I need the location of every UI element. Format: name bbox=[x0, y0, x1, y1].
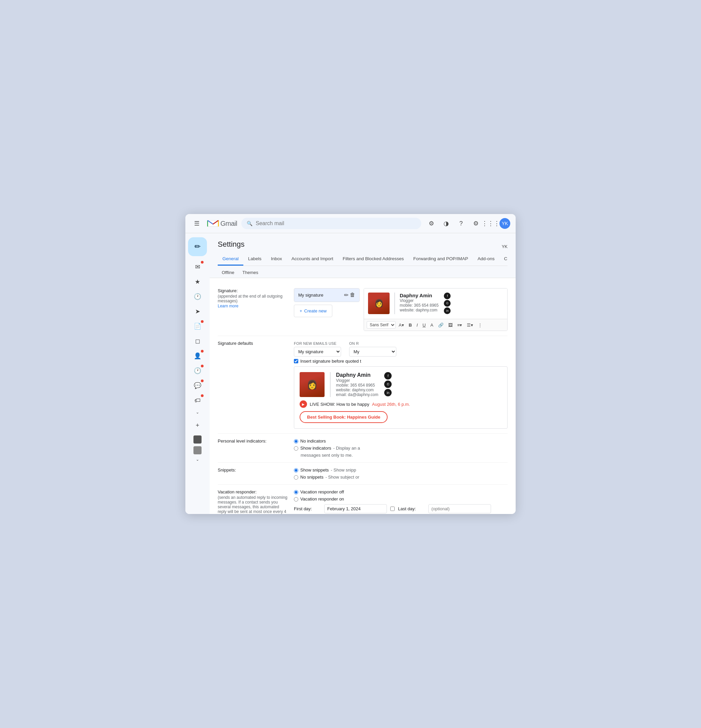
sig-mobile: mobile: 365 654 8965 bbox=[400, 303, 438, 308]
sig-underline-btn[interactable]: U bbox=[421, 322, 427, 328]
sig-reply-label: ON R bbox=[349, 341, 396, 345]
sidebar-item-sent[interactable]: ➤ bbox=[191, 305, 204, 318]
sig-reply-select[interactable]: My bbox=[349, 347, 396, 357]
sidebar-item-snoozed[interactable]: 🕐 bbox=[191, 290, 204, 303]
signature-hint: (appended at the end of all outgoing mes… bbox=[218, 294, 289, 303]
sig-defaults: FOR NEW EMAILS USE My signature ON R My bbox=[294, 341, 507, 364]
sig-profile: 👩 Daphny Amin Vlogger mobile: 365 654 89… bbox=[368, 293, 503, 314]
big-sig-email: email: da@daphny.com bbox=[336, 392, 378, 397]
content: Settings YK General Labels Inbox Account… bbox=[210, 233, 516, 514]
sidebar-item-starred[interactable]: ★ bbox=[191, 275, 204, 289]
vacation-on-radio[interactable] bbox=[294, 497, 298, 501]
show-snippets-radio[interactable] bbox=[294, 468, 298, 472]
first-day-row: First day: Last day: bbox=[294, 504, 507, 513]
sidebar-collapse[interactable]: ⌄ bbox=[196, 457, 199, 462]
labels-badge bbox=[201, 394, 204, 397]
no-snippets-radio[interactable] bbox=[294, 475, 298, 480]
social-li-icon[interactable]: in bbox=[444, 308, 451, 314]
sidebar-more[interactable]: ⌄ bbox=[196, 410, 199, 415]
tab-filters[interactable]: Filters and Blocked Addresses bbox=[338, 253, 409, 266]
sig-italic-btn[interactable]: I bbox=[415, 322, 419, 328]
vacation-content: Vacation responder off Vacation responde… bbox=[294, 490, 507, 514]
show-snippets-row: Show snippets - Show snipp bbox=[294, 468, 507, 472]
no-indicators-radio[interactable] bbox=[294, 439, 298, 443]
gmail-window: ☰ Gmail 🔍 ⚙ ◑ ? ⚙ ⋮⋮⋮ YK bbox=[185, 214, 516, 514]
search-input[interactable] bbox=[256, 220, 416, 227]
social-insta-icon[interactable]: © bbox=[444, 300, 451, 307]
sig-defaults-label: Signature defaults bbox=[218, 341, 289, 429]
vacation-off-radio[interactable] bbox=[294, 490, 298, 494]
sidebar: ✏ ✉ ★ 🕐 ➤ 📄 ◻ 👤 bbox=[185, 233, 210, 514]
big-social-insta[interactable]: © bbox=[384, 380, 392, 388]
sig-edit-icon[interactable]: ✏ bbox=[344, 292, 348, 298]
help-icon[interactable]: ? bbox=[455, 217, 467, 230]
sig-editor: 👩 Daphny Amin Vlogger mobile: 365 654 89… bbox=[364, 288, 507, 331]
contacts-badge bbox=[201, 350, 204, 352]
sig-delete-icon[interactable]: 🗑 bbox=[350, 292, 355, 298]
last-day-input[interactable] bbox=[428, 504, 491, 513]
big-sig-mobile: mobile: 365 654 8965 bbox=[336, 383, 378, 388]
sig-link-btn[interactable]: 🔗 bbox=[436, 322, 445, 328]
sidebar-item-drafts[interactable]: 📄 bbox=[191, 319, 204, 333]
sig-align-btn[interactable]: ≡▾ bbox=[456, 322, 464, 328]
sub-tab-offline[interactable]: Offline bbox=[218, 267, 238, 278]
inbox-badge bbox=[201, 261, 204, 264]
tab-addons[interactable]: Add-ons bbox=[473, 253, 499, 266]
big-social-li[interactable]: in bbox=[384, 389, 392, 396]
compose-button[interactable]: ✏ bbox=[188, 237, 207, 256]
tab-inbox[interactable]: Inbox bbox=[266, 253, 287, 266]
sidebar-item-inbox[interactable]: ✉ bbox=[191, 260, 204, 274]
sig-font-size-btn[interactable]: A▾ bbox=[397, 322, 406, 328]
sidebar-item-contacts[interactable]: 👤 bbox=[191, 349, 204, 363]
sig-bold-btn[interactable]: B bbox=[407, 322, 413, 328]
tab-general[interactable]: General bbox=[218, 253, 243, 266]
gmail-logo: Gmail bbox=[207, 219, 237, 228]
settings-icon[interactable]: ⚙ bbox=[470, 217, 482, 230]
settings-body: Signature: (appended at the end of all o… bbox=[210, 278, 516, 514]
best-book-button[interactable]: Best Selling Book: Happines Guide bbox=[300, 411, 387, 423]
sidebar-add[interactable]: + bbox=[191, 419, 204, 432]
search-bar[interactable]: 🔍 bbox=[241, 218, 421, 229]
show-indicators-radio[interactable] bbox=[294, 446, 298, 451]
tab-labels[interactable]: Labels bbox=[243, 253, 266, 266]
sig-list-item[interactable]: My signature ✏ 🗑 bbox=[294, 289, 359, 302]
sidebar-item-chat[interactable]: 💬 bbox=[191, 379, 204, 392]
avatar[interactable]: YK bbox=[499, 218, 510, 229]
indicators-desc-suffix: messages sent only to me. bbox=[301, 453, 507, 458]
meet-badge bbox=[201, 365, 204, 367]
sig-new-email-select[interactable]: My signature bbox=[294, 347, 341, 357]
big-sig-profile: 👩 Daphny Amin Vlogger mobile: 365 654 89… bbox=[300, 372, 502, 397]
create-new-button[interactable]: + Create new bbox=[294, 305, 332, 317]
dark-mode-icon[interactable]: ◑ bbox=[440, 217, 452, 230]
sig-list-btn[interactable]: ☰▾ bbox=[465, 322, 475, 328]
tab-accounts[interactable]: Accounts and Import bbox=[287, 253, 338, 266]
big-social-fb[interactable]: f bbox=[384, 372, 392, 380]
tab-forwarding[interactable]: Forwarding and POP/IMAP bbox=[409, 253, 473, 266]
sub-tab-themes[interactable]: Themes bbox=[238, 267, 262, 278]
contacts-icon: 👤 bbox=[194, 352, 201, 360]
sig-font-select[interactable]: Sans Serif bbox=[367, 321, 396, 329]
filter-icon[interactable]: ⚙ bbox=[425, 217, 438, 230]
sig-website: website: daphny.com bbox=[400, 308, 438, 312]
vacation-label: Vacation responder: (sends an automated … bbox=[218, 490, 289, 514]
signature-learn-more[interactable]: Learn more bbox=[218, 304, 238, 308]
sig-more-btn[interactable]: ⋮ bbox=[476, 322, 484, 328]
sidebar-item-meet[interactable]: 🕐 bbox=[191, 364, 204, 377]
no-snippets-label: No snippets bbox=[300, 475, 324, 480]
menu-icon[interactable]: ☰ bbox=[191, 217, 203, 230]
tab-chat-meet[interactable]: Chat and Meet bbox=[499, 253, 507, 266]
sig-item-icons: ✏ 🗑 bbox=[344, 292, 355, 298]
play-icon[interactable]: ▶ bbox=[300, 400, 307, 408]
social-fb-icon[interactable]: f bbox=[444, 293, 451, 299]
sig-image-btn[interactable]: 🖼 bbox=[447, 322, 454, 328]
settings-header: Settings YK General Labels Inbox Account… bbox=[210, 233, 516, 266]
sig-defaults-content: FOR NEW EMAILS USE My signature ON R My bbox=[294, 341, 507, 429]
sidebar-item-labels[interactable]: 🏷 bbox=[191, 394, 204, 407]
sig-checkbox[interactable] bbox=[294, 359, 298, 363]
sig-preview: 👩 Daphny Amin Vlogger mobile: 365 654 89… bbox=[364, 289, 507, 319]
first-day-input[interactable] bbox=[324, 504, 387, 513]
sig-font-color-btn[interactable]: A bbox=[429, 322, 435, 328]
apps-icon[interactable]: ⋮⋮⋮ bbox=[485, 217, 497, 230]
sidebar-item-more1[interactable]: ◻ bbox=[191, 334, 204, 348]
last-day-checkbox[interactable] bbox=[390, 507, 395, 511]
